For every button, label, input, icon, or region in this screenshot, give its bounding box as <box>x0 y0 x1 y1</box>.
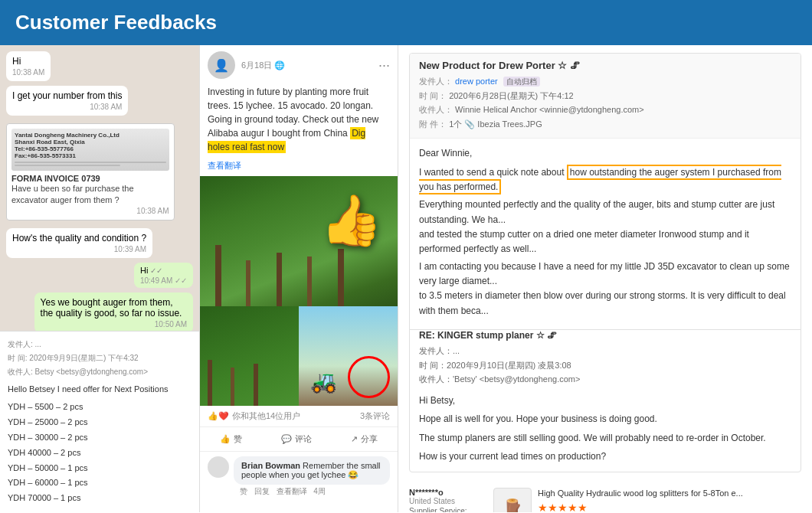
email-from-line: 发件人: ... 时 间: 2020年9月9日(星期二) 下午4:32 收件人:… <box>8 338 192 379</box>
email-section-1: New Product for Drew Porter ☆ 🖇 发件人： dre… <box>409 53 801 472</box>
email-highlighted-text: how outstanding the auger system I purch… <box>419 165 781 194</box>
ydh-list: 发件人: ... 时 间: 2020年9月9日(星期二) 下午4:32 收件人:… <box>0 331 199 512</box>
fb-share-button[interactable]: ↗ 分享 <box>345 430 384 448</box>
fb-reactions: 👍❤️ 你和其他14位用户 3条评论 <box>200 406 398 427</box>
chat-time: 10:39 AM <box>12 245 146 253</box>
fb-post-images-bottom: 🚜 <box>200 306 398 406</box>
chat-text: I get your number from this <box>12 90 122 101</box>
invoice-image: Yantai Dongheng Machinery Co.,LtdShanxi … <box>11 129 169 171</box>
comment-text: Brian Bowman Remember the small people w… <box>234 456 390 485</box>
invoice-title: FORMA INVOICE 0739 <box>11 174 169 183</box>
ydh-item: YDH 40000 – 2 pcs <box>8 446 192 461</box>
chat-message-4: How's the quality and condition ? 10:39 … <box>6 228 152 258</box>
chat-text: Hi ✓✓ <box>140 266 187 275</box>
chat-message-1: Hi 10:38 AM <box>6 51 51 81</box>
ydh-item: YDH – 5500 – 2 pcs <box>8 400 192 415</box>
fb-more-options[interactable]: ··· <box>378 57 390 74</box>
review-left-1: N*******o United States Supplier Service… <box>409 488 486 512</box>
thumbs-up-emoji: 👍 <box>320 191 382 250</box>
middle-panel: 👤 6月18日 🌐 ··· Investing in future by pla… <box>199 45 398 512</box>
email-meta-1: 发件人： drew porter 自动归档 时 间： 2020年6月28日(星期… <box>419 74 791 132</box>
fb-avatar: 👤 <box>208 51 235 79</box>
email-sender: drew porter <box>455 77 498 86</box>
chat-time: 10:38 AM <box>12 68 44 77</box>
ydh-item: YDH – 50000 – 1 pcs <box>8 461 192 476</box>
review-item-1: N*******o United States Supplier Service… <box>409 482 801 512</box>
red-circle-indicator <box>348 356 390 398</box>
fb-image-right: 🚜 <box>299 306 398 406</box>
chat-time: 10:49 AM ✓✓ <box>140 276 187 285</box>
fb-post-text: Investing in future by planting more fru… <box>200 85 398 160</box>
email-re-section: RE: KINGER stump planer ☆ 🖇 发件人：... 时 间：… <box>410 329 801 472</box>
commenter-avatar <box>208 456 229 478</box>
product-image-1: 🪵 <box>493 488 532 512</box>
left-panel: Hi 10:38 AM I get your number from this … <box>0 45 199 512</box>
product-stars-1: ★★★★★ <box>538 502 801 512</box>
ydh-item: YDH 70000 – 1 pcs <box>8 491 192 506</box>
ydh-item: YDH – 60000 – 1 pcs <box>8 475 192 491</box>
chat-message-2: I get your number from this 10:38 AM <box>6 86 128 116</box>
reviewer-name-1: N*******o <box>409 488 486 497</box>
tree-background: 👍 <box>200 176 398 306</box>
chat-time: 10:38 AM <box>12 103 122 111</box>
reviewer-country-1: United States <box>409 497 486 505</box>
fb-post-image-top: 👍 <box>200 176 398 306</box>
fb-comment: Brian Bowman Remember the small people w… <box>200 452 398 502</box>
email-subject-1: New Product for Drew Porter ☆ 🖇 <box>419 60 791 71</box>
ydh-item: YDH – 30000 – 2 pcs <box>8 430 192 446</box>
chat-time: 10:50 AM <box>41 320 187 328</box>
ydh-item: YDH – 25000 – 2 pcs <box>8 415 192 430</box>
chat-text: How's the quality and condition ? <box>12 233 146 243</box>
fb-post-header: 👤 6月18日 🌐 ··· <box>200 45 398 85</box>
fb-like-button[interactable]: 👍 赞 <box>214 430 248 448</box>
re-body: Hi Betsy, Hope all is well for you. Hope… <box>419 393 791 465</box>
fb-post-info: 6月18日 🌐 <box>241 60 372 71</box>
review-middle-1: 🪵 High Quality Hydraulic wood log splitt… <box>493 488 801 512</box>
invoice-time: 10:38 AM <box>11 207 169 215</box>
chat-message-6: Yes we bought auger from them, the quali… <box>34 292 193 331</box>
email-body-1: Dear Winnie, I wanted to send a quick no… <box>410 139 801 326</box>
invoice-text: Have u been so far purchase the excavato… <box>11 183 169 207</box>
page-header: Customer Feedbacks <box>0 0 812 45</box>
fb-action-bar: 👍 赞 💬 评论 ↗ 分享 <box>200 427 398 452</box>
reviews-section: N*******o United States Supplier Service… <box>409 482 801 512</box>
email-header-1: New Product for Drew Porter ☆ 🖇 发件人： dre… <box>410 54 801 139</box>
invoice-block: Yantai Dongheng Machinery Co.,LtdShanxi … <box>6 123 175 221</box>
chat-message-5: Hi ✓✓ 10:49 AM ✓✓ <box>134 263 193 288</box>
fb-image-left <box>200 306 299 406</box>
re-meta: 发件人：... 时 间：2020年9月10日(星期四) 凌晨3:08 收件人：'… <box>419 344 791 387</box>
excavator-icon: 🚜 <box>310 369 337 394</box>
comment-actions: 赞 回复 查看翻译 4周 <box>234 486 390 497</box>
right-panel: New Product for Drew Porter ☆ 🖇 发件人： dre… <box>398 45 812 512</box>
review-rating-1: Supplier Service: <box>409 507 486 512</box>
chat-text: Hi <box>12 56 44 67</box>
page-title: Customer Feedbacks <box>15 11 217 34</box>
fb-post-date: 6月18日 🌐 <box>241 60 372 71</box>
fb-translate-link[interactable]: 查看翻译 <box>200 160 398 176</box>
chat-container: Hi 10:38 AM I get your number from this … <box>0 45 199 331</box>
re-subject: RE: KINGER stump planer ☆ 🖇 <box>419 330 791 341</box>
commenter-name: Brian Bowman <box>241 461 300 470</box>
ydh-greeting: Hello Betsey I need offer for Next Posit… <box>8 382 192 397</box>
main-content: Hi 10:38 AM I get your number from this … <box>0 45 812 512</box>
product-name-1: High Quality Hydraulic wood log splitter… <box>538 488 801 499</box>
chat-text: Yes we bought auger from them, the quali… <box>41 297 187 319</box>
fb-comment-button[interactable]: 💬 评论 <box>275 430 318 448</box>
